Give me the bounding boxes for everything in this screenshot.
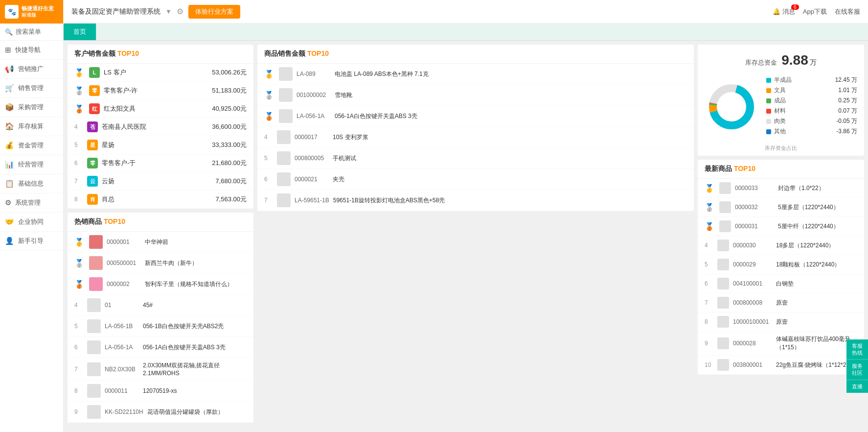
customer-name: 零售客户-于	[102, 159, 208, 168]
inventory-footer: 库存资金占比	[698, 144, 864, 156]
product-thumbnail	[279, 67, 293, 81]
medal-icon: 🥇	[705, 184, 715, 193]
notification-bell[interactable]: 🔔 消息 6	[773, 7, 795, 16]
product-code: KK-SD22110H	[105, 408, 143, 415]
product-code: 0000030	[733, 242, 772, 249]
product-name: 花语萌值温分罐罐袋（厚款）	[147, 408, 247, 416]
product-thumbnail	[717, 240, 729, 251]
customer-amount: 21,680.00元	[212, 159, 247, 168]
product-thumbnail	[87, 384, 101, 398]
customer-name: 星扬	[102, 141, 208, 149]
collab-icon: 🤝	[5, 217, 14, 226]
sidebar-item-shortcuts[interactable]: ⊞ 快捷导航	[0, 41, 63, 60]
legend-value: 0.07 万	[838, 107, 857, 115]
sidebar-item-label: 营销推广	[18, 65, 44, 73]
sidebar-item-basic[interactable]: 📋 基础信息	[0, 174, 63, 193]
rank-number: 9	[705, 340, 713, 347]
marketing-icon: 📢	[5, 65, 14, 73]
new-product-row: 7 000800008 原壹	[698, 293, 864, 312]
product-code: 0000033	[735, 185, 774, 192]
product-name: 056-1B白色按键开关壳ABS2壳	[143, 322, 247, 331]
sidebar-item-finance[interactable]: 💰 资金管理	[0, 136, 63, 155]
search-icon: 🔍	[5, 28, 13, 36]
product-name: 雪地靴	[335, 91, 687, 99]
customer-amount: 51,183.00元	[212, 86, 247, 95]
hot-product-row: 7 NB2.0X30B 2.0X30MM双搓花轴,搓花直径2.1MM/ROHS	[68, 358, 253, 381]
product-name: 体碱嘉枝味苏打饮品400毫升（1*15）	[776, 335, 857, 352]
product-thumbnail	[277, 193, 291, 207]
hot-product-row: 9 KK-SD22110H 花语萌值温分罐罐袋（厚款）	[68, 402, 253, 423]
sidebar-item-marketing[interactable]: 📢 营销推广	[0, 60, 63, 79]
customer-amount: 7,680.00元	[215, 177, 247, 186]
donut-chart	[705, 80, 758, 134]
sidebar-item-operations[interactable]: 📊 经营管理	[0, 155, 63, 174]
product-code: LA-089	[297, 71, 331, 77]
customer-amount: 33,333.00元	[212, 141, 247, 149]
hot-product-row: 5 LA-056-1B 056-1B白色按键开关壳ABS2壳	[68, 316, 253, 337]
product-code: 0000028	[733, 340, 772, 347]
product-rank-row: 🥇 LA-089 电池盖 LA-089 ABS本色+黑种 7.1克	[257, 64, 694, 85]
customer-amount: 53,006.26元	[212, 68, 247, 77]
hot-products-list: 🥇 0000001 中华神箭 🥈 000500001 新西兰牛肉（新牛） 🥉 0…	[68, 232, 253, 423]
customer-rank-row: 7 云 云扬 7,680.00元	[68, 172, 253, 191]
sidebar-item-label: 快捷导航	[15, 46, 41, 54]
legend-item: 材料 0.07 万	[766, 107, 857, 115]
hot-product-row: 6 LA-056-1A 056-1A白色按键开关盖ABS 3壳	[68, 337, 253, 358]
customer-name: LS 客户	[104, 68, 208, 77]
rank-number: 7	[264, 197, 273, 204]
product-code: LA-056-1A	[105, 344, 139, 351]
product-thumbnail	[87, 298, 101, 312]
product-ranking-header: 商品销售金额 TOP10	[257, 45, 694, 64]
new-product-row: 🥈 0000032 5厘多层（1220*2440）	[698, 198, 864, 217]
customer-badge: 肖	[87, 194, 98, 205]
rank-number: 8	[705, 318, 713, 325]
inventory-card: 库存总资金 9.88 万	[698, 45, 864, 156]
hot-products-header: 热销商品 TOP10	[68, 213, 253, 232]
float-buttons: 客服热线 服务社区 直播	[846, 339, 868, 393]
search-menu[interactable]: 🔍 搜索菜单	[0, 24, 63, 41]
float-btn-community[interactable]: 服务社区	[846, 360, 868, 380]
product-name: 22g鱼豆腐·烧烤味（1*12*20）	[776, 361, 857, 369]
product-code: 0000001	[107, 239, 141, 245]
customer-badge: 红	[89, 103, 100, 114]
sidebar-item-guide[interactable]: 👤 新手引导	[0, 232, 63, 251]
float-btn-service[interactable]: 客服热线	[846, 339, 868, 360]
product-thumbnail	[717, 359, 729, 371]
trial-button[interactable]: 体验行业方案	[188, 5, 240, 19]
tab-home[interactable]: 首页	[64, 24, 96, 40]
logo: 🐾 畅捷通好生意 标准版	[0, 0, 63, 24]
hot-products-card: 热销商品 TOP10 🥇 0000001 中华神箭 🥈 000500001 新西…	[68, 213, 253, 423]
medal-icon: 🥉	[264, 112, 275, 121]
product-name: 新西兰牛肉（新牛）	[145, 259, 247, 267]
sidebar-item-purchase[interactable]: 📦 采购管理	[0, 98, 63, 117]
product-code: LA-59651-1B	[295, 197, 329, 204]
medal-icon: 🥉	[74, 280, 85, 289]
sidebar-item-sales[interactable]: 🛒 销售管理	[0, 79, 63, 98]
legend-value: 1.01 万	[838, 86, 857, 95]
legend-dot	[766, 78, 771, 83]
customer-name: 红太阳文具	[104, 104, 208, 113]
customer-badge: 苍	[87, 121, 98, 132]
sidebar-item-inventory[interactable]: 🏠 库存核算	[0, 117, 63, 136]
float-btn-live[interactable]: 直播	[846, 380, 868, 393]
new-product-row: 10 003800001 22g鱼豆腐·烧烤味（1*12*20）	[698, 356, 864, 375]
customer-badge: 星	[87, 140, 98, 150]
rank-number: 9	[74, 408, 83, 415]
new-product-row: 6 004100001 白钢垫	[698, 274, 864, 293]
customer-amount: 7,563.00元	[215, 195, 247, 204]
gear-icon[interactable]: ⚙	[177, 7, 183, 16]
app-download[interactable]: App下载	[803, 7, 827, 16]
product-thumbnail	[89, 277, 103, 291]
product-rank-row: 🥈 001000002 雪地靴	[257, 85, 694, 106]
rank-number: 7	[705, 299, 713, 306]
sidebar-item-system[interactable]: ⚙ 系统管理	[0, 193, 63, 213]
medal-icon: 🥇	[264, 70, 275, 79]
rank-number: 4	[74, 123, 83, 130]
sidebar-item-collab[interactable]: 🤝 企业协同	[0, 213, 63, 232]
sidebar-item-label: 企业协同	[18, 217, 44, 226]
new-product-row: 🥇 0000033 封边带（1.0*22）	[698, 179, 864, 198]
customer-badge: L	[89, 67, 100, 78]
online-service[interactable]: 在线客服	[835, 7, 860, 16]
customer-name: 云扬	[102, 177, 211, 186]
main-wrap: 装备及固定资产辅助管理系统 ▼ ⚙ 体验行业方案 🔔 消息 6 App下载 在线…	[64, 0, 868, 432]
